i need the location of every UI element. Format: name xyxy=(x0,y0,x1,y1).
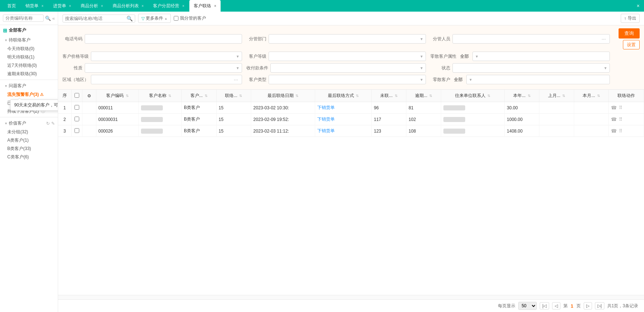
prev-page-button[interactable]: ◁ xyxy=(552,302,560,309)
cell-last-method-link-0[interactable]: 下销货单 xyxy=(317,105,335,110)
blurred-name-2 xyxy=(141,129,163,134)
sidebar-item-week[interactable]: 近7天待联络(0) xyxy=(0,61,58,70)
main-search-icon[interactable]: 🔍 xyxy=(126,16,133,21)
sidebar-group-pending-title[interactable]: ▼ 待联络客户 xyxy=(0,36,58,45)
select-all-checkbox[interactable] xyxy=(75,93,79,98)
nav-tab-customer-contact[interactable]: 客户联络 × xyxy=(189,0,221,12)
sidebar-item-today[interactable]: 今天待联络(0) xyxy=(0,45,58,53)
col-header-last-month[interactable]: 上月... ⇅ xyxy=(539,90,574,102)
contact-action-icon-1[interactable]: ☎ xyxy=(611,117,617,122)
filter-nature-select[interactable]: ▼ xyxy=(85,63,242,73)
filter-status-select[interactable]: ▼ xyxy=(452,63,610,73)
sidebar-item-a-class[interactable]: A类客户(1) xyxy=(0,136,58,145)
filter-scattered-customer-select[interactable]: ▼ xyxy=(466,75,610,84)
sidebar-search-icon[interactable]: 🔍 xyxy=(45,16,51,21)
nav-tab-customer-segment[interactable]: 客户分层经营 × xyxy=(149,0,189,12)
export-button[interactable]: ↑ 导出 xyxy=(621,14,640,23)
filter-price-grade-select[interactable]: ▼ xyxy=(91,52,242,61)
col-header-uncontact[interactable]: 未联... ⇅ xyxy=(371,90,406,102)
contact-action-icon-0[interactable]: ☎ xyxy=(611,105,617,110)
col-header-contact[interactable]: 联络... ⇅ xyxy=(216,90,251,102)
col-header-code[interactable]: 客户编码 ⇅ xyxy=(96,90,139,102)
sidebar-item-lost[interactable]: 已流失客户(24) ⓘ xyxy=(0,99,58,107)
nav-tab-analysis-close[interactable]: × xyxy=(101,4,103,8)
filter-phone-input[interactable] xyxy=(85,34,242,44)
edit-icon[interactable]: ✎ xyxy=(51,121,55,126)
sidebar-root-all-customers[interactable]: ⊞ 全部客户 xyxy=(0,25,58,36)
col-header-last-method[interactable]: 最后联络方式 ⇅ xyxy=(315,90,372,102)
nav-tab-home-label: 首页 xyxy=(7,3,16,9)
row-checkbox-0[interactable] xyxy=(75,105,79,110)
settings-icon[interactable]: ⚙ xyxy=(87,93,91,98)
settings-button[interactable]: 设置 xyxy=(623,40,640,49)
sort-icon-last-method: ⇅ xyxy=(356,94,359,98)
last-page-button[interactable]: ▷| xyxy=(595,302,604,309)
horizontal-scrollbar[interactable] xyxy=(58,295,644,299)
filter-price-grade: 客户价格等级 ▼ xyxy=(63,52,242,61)
col-header-name[interactable]: 客户名称 ⇅ xyxy=(139,90,182,102)
col-header-this-year[interactable]: 本年... ⇅ xyxy=(504,90,539,102)
chevron-down-icon-3: ▼ xyxy=(4,122,8,125)
page-size-select[interactable]: 50 100 200 xyxy=(518,302,537,310)
sidebar-item-tomorrow[interactable]: 明天待联络(1) xyxy=(0,53,58,61)
main-search-input[interactable] xyxy=(65,16,125,21)
sidebar-item-potential-down[interactable]: 持续下滑客户(2) ⓘ xyxy=(0,107,58,116)
filter-scattered-attr-select[interactable]: ▼ xyxy=(472,52,610,61)
more-action-icon-0[interactable]: ⠿ xyxy=(619,105,623,110)
sidebar-item-b-class[interactable]: B类客户(33) xyxy=(0,145,58,153)
filter-row-2: 客户价格等级 ▼ 客户等级 ▼ 零散客户属性 全部 xyxy=(63,52,640,61)
sidebar-group-problem-label: 问题客户 xyxy=(9,83,26,89)
first-page-button[interactable]: |◁ xyxy=(540,302,549,309)
nav-tab-purchase[interactable]: 进货单 × xyxy=(49,0,76,12)
sidebar-collapse-icon[interactable]: « xyxy=(52,16,55,21)
close-all-tabs-button[interactable]: × xyxy=(637,3,640,9)
refresh-icon[interactable]: ↻ xyxy=(46,121,50,126)
query-button[interactable]: 查询 xyxy=(619,28,640,39)
sidebar-group-problem-title[interactable]: ▼ 问题客户 xyxy=(0,81,58,90)
more-action-icon-1[interactable]: ⠿ xyxy=(619,117,623,122)
nav-tab-customer-segment-close[interactable]: × xyxy=(182,4,184,8)
sidebar-item-risk-warn[interactable]: 流失预警客户(3) ⚠ xyxy=(0,90,58,99)
filter-manager-select[interactable]: ··· xyxy=(452,34,610,44)
blurred-name-1 xyxy=(141,117,163,122)
sidebar-item-overdue[interactable]: 逾期未联络(30) xyxy=(0,70,58,78)
sidebar-item-c-class[interactable]: C类客户(6) xyxy=(0,153,58,161)
row-checkbox-2[interactable] xyxy=(75,128,79,133)
nav-tab-sales[interactable]: 销货单 × xyxy=(21,0,48,12)
col-header-settings[interactable]: ⚙ xyxy=(82,90,96,102)
contact-action-icon-2[interactable]: ☎ xyxy=(611,128,617,134)
next-page-button[interactable]: ▷ xyxy=(584,302,592,309)
col-header-this-month[interactable]: 本月... ⇅ xyxy=(574,90,609,102)
ellipsis-icon-2[interactable]: ··· xyxy=(232,77,240,82)
filter-customer-type-select[interactable]: ▼ xyxy=(269,75,426,84)
my-customers-checkbox-label[interactable]: 我分管的客户 xyxy=(174,15,206,21)
ellipsis-icon[interactable]: ··· xyxy=(600,36,607,42)
sidebar-search-input[interactable] xyxy=(3,15,44,22)
my-customers-checkbox[interactable] xyxy=(174,16,178,21)
filter-customer-grade-select[interactable]: ▼ xyxy=(269,52,426,61)
page-size-label: 每页显示 xyxy=(498,303,515,309)
nav-tab-purchase-close[interactable]: × xyxy=(69,4,71,8)
col-header-overdue[interactable]: 逾期... ⇅ xyxy=(406,90,441,102)
cell-last-method-link-1[interactable]: 下销货单 xyxy=(317,117,335,122)
warning-icon: ⚠ xyxy=(40,92,44,97)
sidebar-item-unsorted[interactable]: 未分组(32) xyxy=(0,128,58,136)
cell-last-method-link-2[interactable]: 下销货单 xyxy=(317,128,335,133)
nav-tab-customer-contact-close[interactable]: × xyxy=(214,4,216,8)
filter-dept-select[interactable]: ▼ xyxy=(269,34,426,44)
filter-payment-select[interactable]: ▼ xyxy=(270,63,426,73)
nav-tab-sales-close[interactable]: × xyxy=(41,4,44,8)
more-action-icon-2[interactable]: ⠿ xyxy=(619,128,623,134)
col-header-type[interactable]: 客户... ⇅ xyxy=(181,90,216,102)
nav-tab-analysis-list[interactable]: 商品分析列表 × xyxy=(108,0,148,12)
cell-name-2 xyxy=(139,125,182,137)
col-header-unit-contact[interactable]: 往来单位联系人 ⇅ xyxy=(441,90,504,102)
nav-tab-analysis[interactable]: 商品分析 × xyxy=(76,0,108,12)
filter-region-select[interactable]: ··· xyxy=(91,75,242,84)
col-header-last-date[interactable]: 最后联络日期 ⇅ xyxy=(251,90,315,102)
nav-tab-home[interactable]: 首页 xyxy=(3,0,20,12)
sidebar-group-value-title[interactable]: ▼ 价值客户 ↻ ✎ xyxy=(0,119,58,128)
more-conditions-button[interactable]: ▽ 更多条件 ▲ xyxy=(138,14,171,23)
nav-tab-analysis-list-close[interactable]: × xyxy=(142,4,144,8)
row-checkbox-1[interactable] xyxy=(75,117,79,121)
